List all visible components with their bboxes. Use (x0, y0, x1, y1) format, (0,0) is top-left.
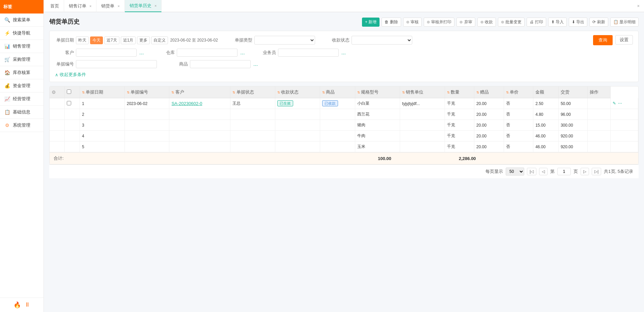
sidebar-item-inventory-calc[interactable]: 🏠 库存核算 (0, 66, 44, 79)
row-index: 4 (80, 131, 125, 141)
abandon-button[interactable]: ⊙ 弃审 (456, 18, 475, 27)
tab-sales-order[interactable]: 销售订单 × (64, 0, 96, 12)
per-page-select[interactable]: 50 10 20 100 (506, 167, 524, 176)
row-doc-no[interactable] (169, 120, 230, 131)
row-settings (50, 98, 64, 109)
row-gift: 否 (504, 109, 533, 120)
customer-label: 客户 (55, 50, 74, 56)
query-button[interactable]: 查询 (593, 35, 613, 45)
tab-sales-slip[interactable]: 销货单 × (96, 0, 124, 12)
filter-collect-status: 收款状态 (331, 36, 412, 45)
page-number-input[interactable] (557, 168, 571, 175)
goods-dots[interactable]: ... (253, 61, 258, 67)
row-delivery (588, 120, 611, 131)
new-button[interactable]: + 新增 (362, 18, 380, 27)
more-action-link[interactable]: ⋯ (618, 101, 622, 106)
date-btn-more[interactable]: 更多 (137, 36, 150, 44)
row-amount: 300.00 (558, 120, 587, 131)
column-settings-icon[interactable]: ⚙ (52, 89, 56, 95)
title-toolbar-row: 销货单历史 + 新增 🗑 删除 ⊙ 审核 ⊙ 审核并打印 ⊙ 弃审 ⊙ 收款 ⊙… (49, 18, 639, 31)
show-detail-button[interactable]: 📋 显示明细 (610, 18, 639, 27)
sidebar-item-ops-mgmt[interactable]: 📈 经营管理 (0, 93, 44, 106)
close-all-icon[interactable]: × (637, 3, 640, 8)
collapse-button[interactable]: ∧ 收起更多条件 (55, 72, 633, 78)
status-badge: 已生效 (277, 100, 293, 106)
set-button[interactable]: 设置 (615, 35, 633, 45)
sidebar-item-quick-nav[interactable]: ⚡ 快捷导航 (0, 27, 44, 40)
import-button[interactable]: ⬆ 导入 (548, 18, 567, 27)
staff-dots[interactable]: ... (341, 50, 346, 56)
row-checkbox[interactable] (67, 101, 71, 105)
row-collect-status: 已收款 (320, 98, 355, 109)
batch-change-button[interactable]: ⊙ 批量变更 (498, 18, 525, 27)
pause-icon[interactable]: ⏸ (24, 301, 30, 309)
row-delivery (588, 141, 611, 152)
delivery-col-header: 交货 (558, 86, 587, 98)
refresh-button[interactable]: ⟳ 刷新 (589, 18, 608, 27)
fire-icon[interactable]: 🔥 (13, 301, 21, 309)
row-delivery (588, 131, 611, 141)
sidebar-item-sales-mgmt[interactable]: 📊 销售管理 (0, 40, 44, 53)
row-settings (50, 120, 64, 131)
row-collect-status (320, 120, 355, 131)
sidebar-item-sys-mgmt[interactable]: ⚙ 系统管理 (0, 119, 44, 132)
last-page-button[interactable]: ▷| (592, 168, 601, 175)
row-doc-no[interactable] (169, 141, 230, 152)
row-doc-no[interactable] (169, 109, 230, 120)
date-btn-1month[interactable]: 近1月 (121, 36, 136, 44)
cart-icon: 🛒 (4, 56, 10, 62)
warehouse-input[interactable] (177, 49, 237, 57)
row-unit: 千克 (445, 141, 474, 152)
audit-print-button[interactable]: ⊙ 审核并打印 (424, 18, 454, 27)
goods-input[interactable] (190, 60, 251, 68)
sidebar-item-purchase-mgmt[interactable]: 🛒 采购管理 (0, 53, 44, 66)
row-doc-no[interactable] (169, 131, 230, 141)
row-customer (230, 120, 275, 131)
row-customer (230, 141, 275, 152)
collect-status-label: 收款状态 (331, 37, 349, 43)
date-btn-today[interactable]: 今天 (90, 36, 103, 44)
edit-action-link[interactable]: ✎ (613, 101, 616, 106)
sidebar-item-search-menu[interactable]: 🔍 搜索菜单 (0, 14, 44, 27)
date-btn-custom[interactable]: 自定义 (151, 36, 168, 44)
sidebar-item-label: 销售管理 (13, 43, 30, 49)
row-checkbox-cell (64, 98, 80, 109)
row-amount: 920.00 (558, 131, 587, 141)
sort-icon: ⇅ (506, 90, 509, 94)
close-tab-sales-slip[interactable]: × (117, 4, 119, 8)
delete-button[interactable]: 🗑 删除 (382, 18, 401, 27)
audit-button[interactable]: ⊙ 审核 (403, 18, 422, 27)
toolbar: + 新增 🗑 删除 ⊙ 审核 ⊙ 审核并打印 ⊙ 弃审 ⊙ 收款 ⊙ 批量变更 … (362, 18, 639, 27)
warehouse-dots[interactable]: ... (240, 50, 245, 56)
trending-icon: 📈 (4, 96, 10, 102)
sort-icon: ⇅ (277, 90, 280, 94)
doc-no-link[interactable]: SA-20230602-0 (171, 101, 202, 106)
print-button[interactable]: 🖨 打印 (527, 18, 546, 27)
doc-no-input[interactable] (76, 60, 157, 68)
filter-doc-type: 单据类型 (233, 36, 315, 45)
sidebar-item-basic-info[interactable]: 📋 基础信息 (0, 106, 44, 119)
date-btn-7days[interactable]: 近7天 (104, 36, 119, 44)
customer-dots[interactable]: ... (139, 50, 144, 56)
select-all-checkbox[interactable] (67, 89, 71, 94)
close-tab-sales-order[interactable]: × (89, 4, 91, 8)
export-button[interactable]: ⬇ 导出 (569, 18, 587, 27)
staff-input[interactable] (278, 49, 339, 57)
search-icon: 🔍 (4, 17, 10, 23)
first-page-button[interactable]: |◁ (527, 168, 536, 175)
close-tab-sales-history[interactable]: × (155, 4, 157, 8)
table-row: 3猪肉千克20.00否15.00300.00 (50, 120, 638, 131)
tab-sales-history[interactable]: 销货单历史 × (125, 0, 162, 12)
collect-status-select[interactable] (352, 36, 412, 45)
gear-icon: ⚙ (4, 122, 10, 128)
row-doc-no[interactable]: SA-20230602-0 (169, 98, 230, 109)
tab-home[interactable]: 首页 (46, 0, 64, 12)
prev-page-button[interactable]: ◁ (539, 168, 548, 175)
collect-button[interactable]: ⊙ 收款 (477, 18, 496, 27)
doc-type-select[interactable] (254, 36, 315, 45)
row-settings (50, 141, 64, 152)
sidebar-item-finance-mgmt[interactable]: 💰 资金管理 (0, 79, 44, 93)
customer-input[interactable] (76, 49, 137, 57)
next-page-button[interactable]: ▷ (581, 168, 589, 175)
date-btn-yesterday[interactable]: 昨天 (76, 36, 89, 44)
